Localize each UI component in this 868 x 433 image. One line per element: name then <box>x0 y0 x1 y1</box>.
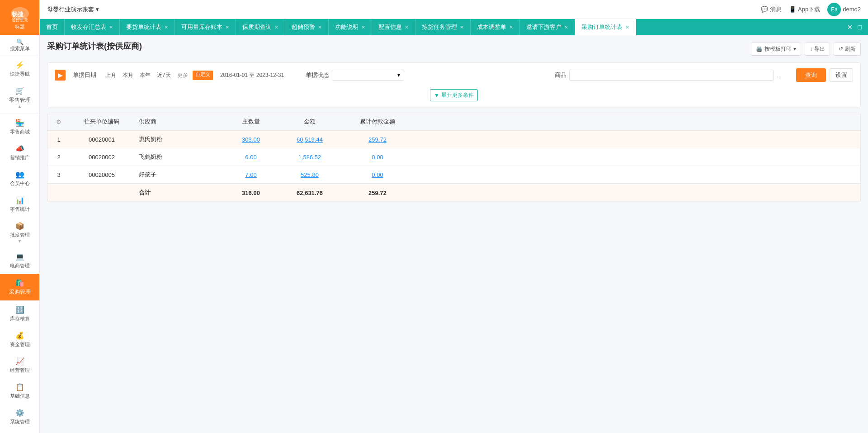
tab-purchase-order-summary[interactable]: 采购订单统计表 ✕ <box>575 19 636 35</box>
shortcut-7days[interactable]: 近7天 <box>155 71 173 80</box>
sidebar-quick-nav[interactable]: ⚡ 快捷导航 <box>0 56 39 82</box>
settings-btn[interactable]: 设置 <box>830 68 853 82</box>
tab-order-summary-close[interactable]: ✕ <box>164 24 168 30</box>
sidebar-item-enterprise-collab[interactable]: 🤝 企业协同 <box>0 430 39 433</box>
status-select[interactable]: ▾ <box>332 70 404 81</box>
sidebar-item-retail-stats[interactable]: 📊 零售统计 <box>0 191 39 217</box>
table-settings-icon[interactable]: ⚙ <box>56 119 61 125</box>
shortcut-this-year[interactable]: 本年 <box>138 71 152 80</box>
table-row[interactable]: 1 00020001 惠氏奶粉 303.00 60,519.44 259.72 <box>47 131 860 148</box>
top-tabs: 首页 收发存汇总表 ✕ 要货单统计表 ✕ 可用量库存账本 ✕ 保质期查询 ✕ 超… <box>40 19 868 35</box>
logo-area: 畅捷 通好生意 标题 <box>0 0 39 35</box>
retail-mall-label: 零售商城 <box>10 128 30 135</box>
sidebar-item-wholesale-manage[interactable]: 📦 批发管理 ▼ <box>0 217 39 248</box>
tab-cost-adjust[interactable]: 成本调整单 ✕ <box>471 19 520 35</box>
cell-qty[interactable]: 7.00 <box>224 166 278 184</box>
tab-overstock-warning[interactable]: 超储预警 ✕ <box>285 19 329 35</box>
export-btn[interactable]: ↓ 导出 <box>805 43 830 56</box>
page-title: 采购订单统计表(按供应商) <box>47 41 142 52</box>
query-btn[interactable]: 查询 <box>796 68 826 82</box>
stock-check-label: 库存核算 <box>10 315 30 322</box>
app-download-icon: 📱 <box>789 6 796 13</box>
svg-text:通好生意: 通好生意 <box>12 18 28 22</box>
shortcut-more[interactable]: 更多 <box>175 71 190 80</box>
footer-amount: 62,631.76 <box>278 184 341 202</box>
tab-home[interactable]: 首页 <box>40 19 65 35</box>
tab-overstock-warning-close[interactable]: ✕ <box>318 24 322 30</box>
ecommerce-manage-label: 电商管理 <box>10 262 30 269</box>
filter-toggle-btn[interactable]: ▶ <box>55 70 66 81</box>
tab-invite-downstream[interactable]: 邀请下游客户 ✕ <box>520 19 575 35</box>
cell-amount[interactable]: 60,519.44 <box>278 131 341 148</box>
cell-qty[interactable]: 303.00 <box>224 131 278 148</box>
date-shortcuts: 上月 本月 本年 近7天 更多 自定义 <box>104 71 213 80</box>
sidebar-item-ecommerce-manage[interactable]: 💻 电商管理 <box>0 248 39 274</box>
app-download-label: App下载 <box>798 5 820 14</box>
tab-available-stock[interactable]: 可用量库存账本 ✕ <box>175 19 236 35</box>
workspace-selector[interactable]: 母婴行业演示账套 ▾ <box>47 5 99 14</box>
sidebar-item-basic-info[interactable]: 📋 基础信息 <box>0 378 39 404</box>
sidebar-item-retail-mall[interactable]: 🏪 零售商城 <box>0 114 39 140</box>
logo-text: 标题 <box>15 24 25 30</box>
tab-function-desc-close[interactable]: ✕ <box>361 24 365 30</box>
shortcut-last-month[interactable]: 上月 <box>104 71 118 80</box>
cell-extra <box>414 131 860 148</box>
goods-filter-ellipsis[interactable]: ... <box>777 72 782 79</box>
cell-paid[interactable]: 0.00 <box>341 166 414 184</box>
tab-purchase-order-summary-close[interactable]: ✕ <box>625 24 629 30</box>
shortcut-this-month[interactable]: 本月 <box>121 71 135 80</box>
cell-index: 3 <box>47 166 70 184</box>
sidebar-item-stock-check[interactable]: 🔢 库存核算 <box>0 301 39 327</box>
cell-paid[interactable]: 0.00 <box>341 148 414 166</box>
tab-receive-summary-close[interactable]: ✕ <box>109 24 113 30</box>
status-filter-field: 单据状态 ▾ <box>306 70 533 81</box>
table-row[interactable]: 3 00020005 好孩子 7.00 525.80 0.00 <box>47 166 860 184</box>
sidebar-search[interactable]: 🔍 搜索菜单 <box>0 35 39 56</box>
cell-paid[interactable]: 259.72 <box>341 131 414 148</box>
status-select-arrow: ▾ <box>397 72 400 78</box>
tab-available-stock-close[interactable]: ✕ <box>225 24 229 30</box>
user-area[interactable]: Ea demo2 <box>827 3 861 16</box>
tab-receive-summary[interactable]: 收发存汇总表 ✕ <box>65 19 120 35</box>
expand-more-btn[interactable]: ▼ 展开更多条件 <box>430 89 478 101</box>
cell-index: 2 <box>47 148 70 166</box>
sidebar-item-system-manage[interactable]: ⚙️ 系统管理 <box>0 404 39 430</box>
table-row[interactable]: 2 00020002 飞鹤奶粉 6.00 1,586.52 0.00 <box>47 148 860 166</box>
sidebar-item-purchase-manage[interactable]: 🛍️ 采购管理 <box>0 274 39 301</box>
tab-cost-adjust-label: 成本调整单 <box>477 23 506 31</box>
status-filter-label: 单据状态 <box>306 71 329 79</box>
tab-cost-adjust-close[interactable]: ✕ <box>509 24 513 30</box>
cell-qty[interactable]: 6.00 <box>224 148 278 166</box>
tab-warranty-query-label: 保质期查询 <box>242 23 272 31</box>
cell-amount[interactable]: 525.80 <box>278 166 341 184</box>
tab-pick-task-manage[interactable]: 拣货任务管理 ✕ <box>415 19 471 35</box>
sidebar-item-retail-manage[interactable]: 🛒 零售管理 ▲ <box>0 82 39 114</box>
svg-text:畅捷: 畅捷 <box>12 11 24 18</box>
sidebar-item-finance-manage[interactable]: 💰 资金管理 <box>0 327 39 352</box>
tab-warranty-query[interactable]: 保质期查询 ✕ <box>236 19 285 35</box>
tab-max-btn[interactable]: □ <box>855 23 864 32</box>
sidebar-item-marketing[interactable]: 📣 营销推广 <box>0 140 39 166</box>
purchase-manage-label: 采购管理 <box>9 288 31 296</box>
tab-function-desc[interactable]: 功能说明 ✕ <box>329 19 372 35</box>
goods-filter-input[interactable] <box>569 70 774 81</box>
basic-info-label: 基础信息 <box>10 393 30 400</box>
message-btn[interactable]: 💬 消息 <box>761 5 782 14</box>
tab-config-info-close[interactable]: ✕ <box>405 24 409 30</box>
sidebar-item-operation-manage[interactable]: 📈 经营管理 <box>0 352 39 378</box>
app-download-btn[interactable]: 📱 App下载 <box>789 5 820 14</box>
tab-invite-downstream-close[interactable]: ✕ <box>564 24 568 30</box>
tab-config-info[interactable]: 配置信息 ✕ <box>372 19 415 35</box>
sidebar-item-member-center[interactable]: 👥 会员中心 <box>0 166 39 191</box>
cell-amount[interactable]: 1,586.52 <box>278 148 341 166</box>
tab-warranty-query-close[interactable]: ✕ <box>274 24 278 30</box>
tab-order-summary[interactable]: 要货单统计表 ✕ <box>120 19 175 35</box>
tab-close-btn[interactable]: ✕ <box>844 23 855 32</box>
print-btn[interactable]: 🖨️ 按模板打印 ▾ <box>751 43 801 56</box>
retail-mall-icon: 🏪 <box>15 119 24 127</box>
retail-manage-label: 零售管理 <box>9 96 31 104</box>
expand-icon: ▼ <box>434 92 439 99</box>
refresh-btn[interactable]: ↺ 刷新 <box>834 43 861 56</box>
footer-extra <box>414 184 860 202</box>
tab-pick-task-manage-close[interactable]: ✕ <box>460 24 464 30</box>
